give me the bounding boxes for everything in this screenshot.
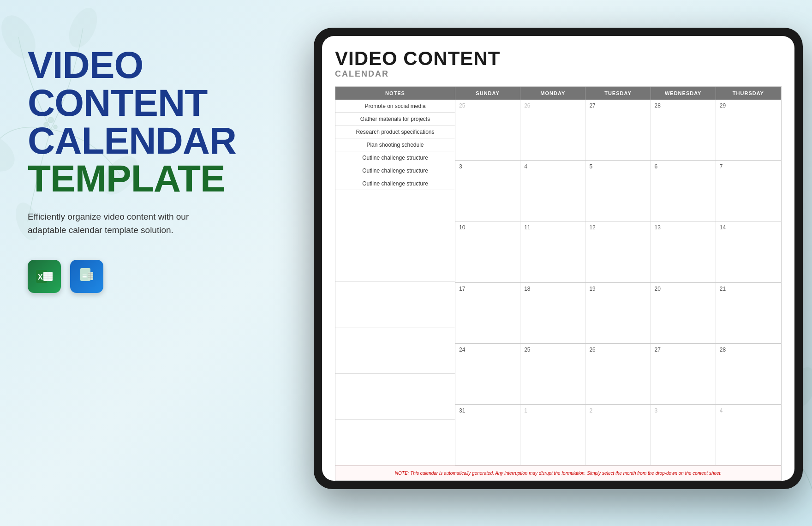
table-header: NOTES SUNDAY MONDAY TUESDAY WEDNESDAY TH… — [335, 87, 781, 100]
cal-cell-w4-sun: 17 — [455, 283, 520, 343]
note-row-4: Plan shooting schedule — [335, 138, 455, 151]
cal-cell-w1-wed: 28 — [651, 100, 716, 160]
notes-column: Promote on social media Gather materials… — [335, 100, 455, 466]
note-row-empty-5 — [335, 374, 455, 420]
title-line3: CALENDAR — [28, 122, 240, 160]
excel-logo-svg: X — [35, 267, 54, 286]
app-icons: X ≡ — [28, 260, 240, 293]
col-tuesday-header: TUESDAY — [585, 87, 651, 100]
col-monday-header: MONDAY — [520, 87, 585, 100]
cal-cell-w4-thu: 21 — [716, 283, 781, 343]
note-row-3: Research product specifications — [335, 126, 455, 138]
table-body: Promote on social media Gather materials… — [335, 100, 781, 466]
sheets-icon[interactable]: ≡ — [70, 260, 103, 293]
note-row-6: Outline challenge structure — [335, 164, 455, 177]
cal-week-4: 17 18 19 20 21 — [455, 283, 781, 344]
cal-cell-w3-tue: 12 — [585, 221, 651, 282]
note-row-empty-4 — [335, 328, 455, 374]
cal-cell-w4-tue: 19 — [585, 283, 651, 343]
note-row-2: Gather materials for projects — [335, 113, 455, 126]
cal-week-5: 24 25 26 27 28 — [455, 344, 781, 405]
note-row-empty-3 — [335, 282, 455, 328]
cal-cell-w1-sun: 25 — [455, 100, 520, 160]
cal-cell-w3-mon: 11 — [520, 221, 585, 282]
note-row-7: Outline challenge structure — [335, 177, 455, 190]
cal-week-1: 25 26 27 28 29 — [455, 100, 781, 161]
cal-week-2: 3 4 5 6 7 — [455, 161, 781, 221]
main-title: VIDEO CONTENT CALENDAR TEMPLATE — [28, 46, 240, 197]
cal-cell-w5-mon: 25 — [520, 344, 585, 404]
col-wednesday-header: WEDNESDAY — [651, 87, 716, 100]
svg-text:X: X — [38, 273, 43, 281]
cal-cell-w1-mon: 26 — [520, 100, 585, 160]
title-line1: VIDEO — [28, 46, 240, 84]
note-row-empty-6 — [335, 420, 455, 466]
title-line2: CONTENT — [28, 84, 240, 122]
cal-cell-w2-tue: 5 — [585, 161, 651, 221]
title-line4: TEMPLATE — [28, 160, 240, 197]
note-row-empty-1 — [335, 190, 455, 236]
cal-cell-w6-sun: 31 — [455, 405, 520, 465]
sheets-logo-svg: ≡ — [78, 267, 96, 286]
cal-cell-w3-thu: 14 — [716, 221, 781, 282]
cal-cell-w1-thu: 29 — [716, 100, 781, 160]
calendar-grid: 25 26 27 28 29 3 4 5 6 7 — [455, 100, 781, 466]
col-notes-header: NOTES — [335, 87, 455, 100]
cal-cell-w5-thu: 28 — [716, 344, 781, 404]
svg-point-2 — [0, 126, 21, 179]
cal-cell-w5-wed: 27 — [651, 344, 716, 404]
cal-cell-w4-mon: 18 — [520, 283, 585, 343]
subtitle: Efficiently organize video content with … — [28, 210, 212, 237]
cal-cell-w5-sun: 24 — [455, 344, 520, 404]
cal-cell-w2-thu: 7 — [716, 161, 781, 221]
cal-cell-w5-tue: 26 — [585, 344, 651, 404]
cal-cell-w6-mon: 1 — [520, 405, 585, 465]
sheet-subtitle: CALENDAR — [335, 69, 782, 79]
sheet-title: VIDEO CONTENT — [335, 49, 782, 68]
cal-cell-w6-wed: 3 — [651, 405, 716, 465]
cal-week-6: 31 1 2 3 4 — [455, 405, 781, 466]
col-sunday-header: SUNDAY — [455, 87, 520, 100]
device-frame: VIDEO CONTENT CALENDAR NOTES SUNDAY MOND… — [314, 28, 803, 489]
excel-icon[interactable]: X — [28, 260, 61, 293]
cal-cell-w6-tue: 2 — [585, 405, 651, 465]
cal-cell-w3-sun: 10 — [455, 221, 520, 282]
calendar-table: NOTES SUNDAY MONDAY TUESDAY WEDNESDAY TH… — [335, 86, 782, 481]
spreadsheet: VIDEO CONTENT CALENDAR NOTES SUNDAY MOND… — [322, 36, 794, 481]
cal-cell-w2-wed: 6 — [651, 161, 716, 221]
cal-week-3: 10 11 12 13 14 — [455, 221, 781, 282]
footer-note: NOTE: This calendar is automatically gen… — [335, 466, 781, 480]
note-row-1: Promote on social media — [335, 100, 455, 113]
cal-cell-w2-sun: 3 — [455, 161, 520, 221]
col-thursday-header: THURSDAY — [716, 87, 781, 100]
cal-cell-w6-thu: 4 — [716, 405, 781, 465]
cal-cell-w4-wed: 20 — [651, 283, 716, 343]
note-row-empty-2 — [335, 236, 455, 282]
cal-cell-w2-mon: 4 — [520, 161, 585, 221]
note-row-5: Outline challenge structure — [335, 151, 455, 164]
svg-text:≡: ≡ — [82, 272, 87, 281]
device-screen: VIDEO CONTENT CALENDAR NOTES SUNDAY MOND… — [322, 36, 794, 481]
cal-cell-w1-tue: 27 — [585, 100, 651, 160]
cal-cell-w3-wed: 13 — [651, 221, 716, 282]
left-panel: VIDEO CONTENT CALENDAR TEMPLATE Efficien… — [28, 46, 240, 293]
